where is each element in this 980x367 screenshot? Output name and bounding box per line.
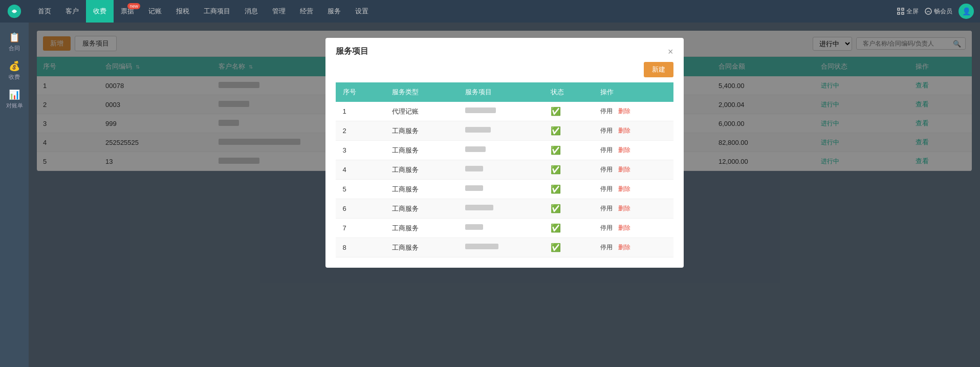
sidebar-item-contract[interactable]: 📋 合同 [0, 28, 29, 56]
nav-invoice[interactable]: 票据new [114, 0, 141, 23]
scell-status: ✅ [543, 160, 593, 180]
service-item-name [465, 107, 496, 113]
check-icon: ✅ [551, 185, 561, 193]
service-item-name [465, 205, 493, 210]
new-service-button[interactable]: 新建 [644, 62, 673, 77]
scell-status: ✅ [543, 121, 593, 141]
check-icon: ✅ [551, 204, 561, 213]
nav-operation[interactable]: 经营 [293, 0, 320, 23]
nav-accounting[interactable]: 记账 [141, 0, 169, 23]
modal-toolbar: 新建 [325, 57, 684, 82]
fullscreen-button[interactable]: 全屏 [897, 7, 919, 16]
stop-button[interactable]: 停用 [600, 107, 613, 115]
user-avatar[interactable]: 👤 [959, 4, 974, 19]
new-badge: new [127, 3, 140, 9]
scell-type: 工商服务 [385, 180, 458, 199]
service-item-name [465, 166, 483, 171]
left-sidebar: 📋 合同 💰 收费 📊 对账单 [0, 23, 29, 367]
nav-customer[interactable]: 客户 [58, 0, 86, 23]
nav-manage[interactable]: 管理 [265, 0, 293, 23]
service-table-row: 2 工商服务 ✅ 停用 删除 [336, 121, 673, 141]
scell-seq: 2 [336, 121, 385, 141]
stop-button[interactable]: 停用 [600, 185, 613, 192]
scell-action[interactable]: 停用 删除 [593, 199, 673, 219]
delete-button[interactable]: 删除 [618, 146, 630, 154]
scell-action[interactable]: 停用 删除 [593, 219, 673, 238]
scell-action[interactable]: 停用 删除 [593, 238, 673, 257]
service-item-name [465, 244, 498, 249]
svg-rect-3 [898, 12, 900, 14]
nav-tax[interactable]: 报税 [169, 0, 197, 23]
stop-button[interactable]: 停用 [600, 205, 613, 212]
scell-status: ✅ [543, 141, 593, 160]
scell-item [458, 238, 543, 257]
check-icon: ✅ [551, 165, 561, 174]
delete-button[interactable]: 删除 [618, 224, 630, 231]
sidebar-item-reconcile[interactable]: 📊 对账单 [0, 85, 29, 114]
scell-seq: 6 [336, 199, 385, 219]
stop-button[interactable]: 停用 [600, 127, 613, 134]
scell-seq: 7 [336, 219, 385, 238]
stop-button[interactable]: 停用 [600, 244, 613, 251]
scell-seq: 1 [336, 102, 385, 121]
contract-icon: 📋 [9, 32, 20, 43]
service-item-name [465, 224, 483, 230]
delete-button[interactable]: 删除 [618, 205, 630, 212]
scell-type: 工商服务 [385, 141, 458, 160]
service-table-row: 4 工商服务 ✅ 停用 删除 [336, 160, 673, 180]
scell-action[interactable]: 停用 删除 [593, 121, 673, 141]
member-button[interactable]: 畅会员 [925, 7, 952, 16]
modal-table-wrap: 序号 服务类型 服务项目 状态 操作 1 代理记账 ✅ 停用 删除 2 工商服 [325, 82, 684, 268]
modal-overlay[interactable]: 服务项目 × 新建 序号 服务类型 服务项目 状态 操作 1 代理记账 [29, 23, 980, 367]
charge-icon: 💰 [9, 60, 20, 72]
sidebar-item-charge[interactable]: 💰 收费 [0, 56, 29, 85]
delete-button[interactable]: 删除 [618, 127, 630, 134]
scell-status: ✅ [543, 102, 593, 121]
nav-service[interactable]: 服务 [320, 0, 348, 23]
service-table-row: 5 工商服务 ✅ 停用 删除 [336, 180, 673, 199]
modal-close-button[interactable]: × [668, 47, 673, 56]
scell-action[interactable]: 停用 删除 [593, 160, 673, 180]
nav-home[interactable]: 首页 [31, 0, 58, 23]
scell-action[interactable]: 停用 删除 [593, 180, 673, 199]
delete-button[interactable]: 删除 [618, 244, 630, 251]
nav-business[interactable]: 工商项目 [197, 0, 237, 23]
service-item-name [465, 146, 486, 152]
service-table-row: 6 工商服务 ✅ 停用 删除 [336, 199, 673, 219]
delete-button[interactable]: 删除 [618, 185, 630, 192]
scell-item [458, 219, 543, 238]
stop-button[interactable]: 停用 [600, 224, 613, 231]
modal-header: 服务项目 × [325, 38, 684, 57]
scell-item [458, 141, 543, 160]
stop-button[interactable]: 停用 [600, 166, 613, 173]
scell-seq: 5 [336, 180, 385, 199]
scell-action[interactable]: 停用 删除 [593, 141, 673, 160]
scell-type: 工商服务 [385, 238, 458, 257]
modal-title: 服务项目 [336, 46, 368, 57]
sidebar-label-charge: 收费 [9, 73, 20, 81]
check-icon: ✅ [551, 243, 561, 252]
scell-action[interactable]: 停用 删除 [593, 102, 673, 121]
nav-charge[interactable]: 收费 [86, 0, 114, 23]
delete-button[interactable]: 删除 [618, 166, 630, 173]
sidebar-label-reconcile: 对账单 [6, 102, 23, 110]
scell-status: ✅ [543, 180, 593, 199]
nav-message[interactable]: 消息 [237, 0, 265, 23]
stop-button[interactable]: 停用 [600, 146, 613, 154]
scell-status: ✅ [543, 238, 593, 257]
check-icon: ✅ [551, 107, 561, 116]
scell-status: ✅ [543, 219, 593, 238]
scol-action: 操作 [593, 82, 673, 102]
check-icon: ✅ [551, 224, 561, 232]
service-modal: 服务项目 × 新建 序号 服务类型 服务项目 状态 操作 1 代理记账 [325, 38, 684, 268]
scell-type: 工商服务 [385, 199, 458, 219]
logo [6, 3, 23, 19]
check-icon: ✅ [551, 146, 561, 155]
check-icon: ✅ [551, 126, 561, 135]
service-table-header: 序号 服务类型 服务项目 状态 操作 [336, 82, 673, 102]
delete-button[interactable]: 删除 [618, 107, 630, 115]
service-item-name [465, 127, 491, 133]
scell-type: 工商服务 [385, 219, 458, 238]
scol-type: 服务类型 [385, 82, 458, 102]
nav-settings[interactable]: 设置 [348, 0, 376, 23]
